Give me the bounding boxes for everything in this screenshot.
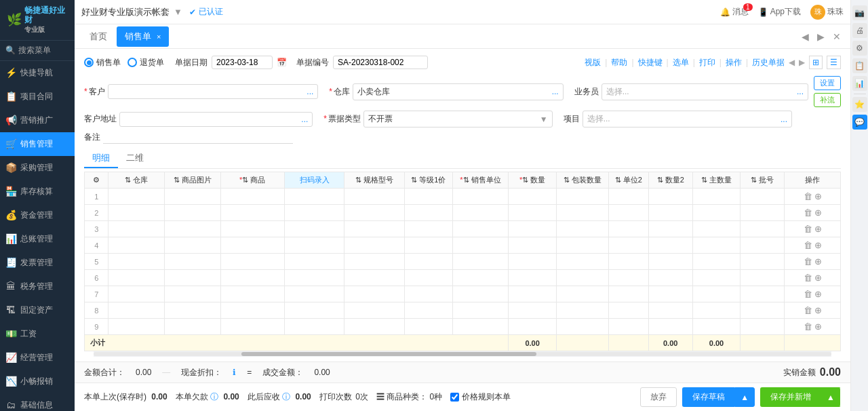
project-input[interactable]: 选择... ... xyxy=(583,111,792,128)
delete-row-icon[interactable]: 🗑 xyxy=(804,240,812,250)
cell-2-1[interactable] xyxy=(164,205,220,221)
cell-4-7[interactable] xyxy=(509,237,557,254)
cell-8-9[interactable] xyxy=(608,302,648,319)
warehouse-input[interactable]: 小卖仓库 ... xyxy=(353,83,564,100)
cell-6-4[interactable] xyxy=(344,270,404,286)
user-avatar[interactable]: 珠 珠珠 xyxy=(810,5,844,20)
cell-1-11[interactable] xyxy=(692,189,741,205)
delete-row-icon[interactable]: 🗑 xyxy=(804,273,812,283)
col-settings[interactable]: ⚙ xyxy=(85,172,108,189)
cell-4-5[interactable] xyxy=(404,237,452,254)
cell-1-2[interactable] xyxy=(220,189,284,205)
cell-1-4[interactable] xyxy=(344,189,404,205)
cell-9-12[interactable] xyxy=(741,319,785,335)
copy-row-icon[interactable]: ⊕ xyxy=(814,321,822,332)
rt-btn-7[interactable]: 💬 xyxy=(852,115,867,130)
cell-3-8[interactable] xyxy=(557,221,609,237)
cell-8-0[interactable] xyxy=(108,302,165,319)
cell-7-6[interactable] xyxy=(452,286,509,302)
tab-close-button[interactable]: × xyxy=(157,33,161,41)
cell-6-8[interactable] xyxy=(557,270,609,286)
sidebar-item-kucun[interactable]: 🏪库存核算 xyxy=(0,180,75,203)
delete-row-icon[interactable]: 🗑 xyxy=(804,208,812,218)
cell-3-7[interactable] xyxy=(509,221,557,237)
customer-input[interactable]: ... xyxy=(108,84,319,99)
ops-btn[interactable]: 操作 xyxy=(726,57,742,68)
discard-button[interactable]: 放弃 xyxy=(640,387,677,407)
sidebar-item-jichu[interactable]: 🗂基础信息 xyxy=(0,393,75,411)
sidebar-item-jingying[interactable]: 📈经营管理 xyxy=(0,346,75,370)
company-selector[interactable]: 好业财专业版演示帐套 ▼ xyxy=(81,6,182,18)
cell-6-1[interactable] xyxy=(164,270,220,286)
print-btn[interactable]: 打印 xyxy=(699,57,715,68)
cell-5-1[interactable] xyxy=(164,254,220,270)
view-mode-btn[interactable]: 视版 xyxy=(585,57,601,68)
cell-5-2[interactable] xyxy=(220,254,284,270)
cell-4-0[interactable] xyxy=(108,237,165,254)
rt-btn-4[interactable]: 📋 xyxy=(852,58,867,73)
cell-8-6[interactable] xyxy=(452,302,509,319)
cell-2-9[interactable] xyxy=(608,205,648,221)
cell-4-2[interactable] xyxy=(220,237,284,254)
cell-6-10[interactable] xyxy=(648,270,692,286)
add-flow-button[interactable]: 补流 xyxy=(814,93,841,107)
sidebar-item-zhangwu[interactable]: 📊总账管理 xyxy=(0,227,75,251)
cell-6-3[interactable] xyxy=(284,270,344,286)
cell-4-10[interactable] xyxy=(648,237,692,254)
cell-9-9[interactable] xyxy=(608,319,648,335)
cell-4-9[interactable] xyxy=(608,237,648,254)
cell-1-8[interactable] xyxy=(557,189,609,205)
message-button[interactable]: 🔔 1 消息 xyxy=(720,6,749,18)
cell-8-7[interactable] xyxy=(509,302,557,319)
delete-row-icon[interactable]: 🗑 xyxy=(804,305,812,315)
sidebar-item-fapiao[interactable]: 🧾发票管理 xyxy=(0,251,75,275)
delete-row-icon[interactable]: 🗑 xyxy=(804,256,812,267)
copy-row-icon[interactable]: ⊕ xyxy=(814,256,822,267)
rt-btn-6[interactable]: ⭐ xyxy=(852,97,867,112)
cell-8-10[interactable] xyxy=(648,302,692,319)
save-draft-dropdown[interactable]: ▲ xyxy=(734,387,755,407)
cell-5-0[interactable] xyxy=(108,254,165,270)
sidebar-item-guding[interactable]: 🏗固定资产 xyxy=(0,298,75,322)
price-rule-check[interactable]: 价格规则本单 xyxy=(450,391,511,403)
cell-6-11[interactable] xyxy=(692,270,741,286)
cell-6-12[interactable] xyxy=(741,270,785,286)
cell-8-11[interactable] xyxy=(692,302,741,319)
cell-3-9[interactable] xyxy=(608,221,648,237)
cell-2-2[interactable] xyxy=(220,205,284,221)
cell-4-3[interactable] xyxy=(284,237,344,254)
cell-3-3[interactable] xyxy=(284,221,344,237)
cell-5-9[interactable] xyxy=(608,254,648,270)
cell-4-4[interactable] xyxy=(344,237,404,254)
cell-5-6[interactable] xyxy=(452,254,509,270)
cell-2-7[interactable] xyxy=(509,205,557,221)
cell-5-5[interactable] xyxy=(404,254,452,270)
cell-9-0[interactable] xyxy=(108,319,165,335)
rt-btn-2[interactable]: 🖨 xyxy=(852,23,867,38)
set-button[interactable]: 设置 xyxy=(814,76,841,90)
sidebar-item-xiaoshou[interactable]: 🛒销售管理 xyxy=(0,132,75,156)
cell-7-3[interactable] xyxy=(284,286,344,302)
cell-7-1[interactable] xyxy=(164,286,220,302)
cell-8-1[interactable] xyxy=(164,302,220,319)
copy-row-icon[interactable]: ⊕ xyxy=(814,191,822,201)
address-dots[interactable]: ... xyxy=(301,115,308,124)
tab-close-all-icon[interactable]: ✕ xyxy=(830,30,844,43)
order-no-input[interactable] xyxy=(333,56,428,69)
invoice-select[interactable]: 不开票 ▼ xyxy=(363,111,553,128)
col-scan[interactable]: 扫码录入 xyxy=(284,172,344,189)
copy-row-icon[interactable]: ⊕ xyxy=(814,224,822,234)
cell-9-5[interactable] xyxy=(404,319,452,335)
delete-row-icon[interactable]: 🗑 xyxy=(804,321,812,332)
cell-1-3[interactable] xyxy=(284,189,344,205)
copy-row-icon[interactable]: ⊕ xyxy=(814,273,822,283)
cell-3-10[interactable] xyxy=(648,221,692,237)
cell-3-6[interactable] xyxy=(452,221,509,237)
save-new-dropdown[interactable]: ▲ xyxy=(821,387,841,407)
select-btn[interactable]: 选单 xyxy=(673,57,689,68)
cell-7-2[interactable] xyxy=(220,286,284,302)
cell-8-8[interactable] xyxy=(557,302,609,319)
history-next-icon[interactable]: ▶ xyxy=(799,58,805,67)
cell-5-8[interactable] xyxy=(557,254,609,270)
cell-7-0[interactable] xyxy=(108,286,165,302)
